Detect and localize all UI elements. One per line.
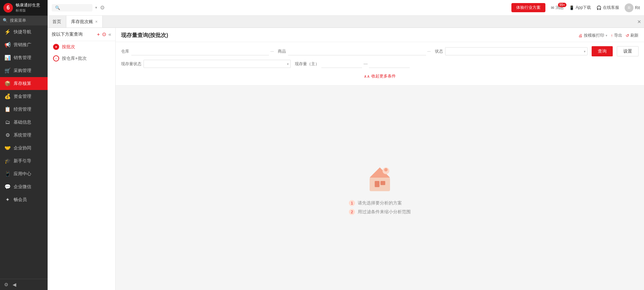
sidebar-label-finance: 资金管理: [14, 93, 31, 99]
sidebar-item-basics[interactable]: 🗂 基础信息: [0, 116, 48, 129]
sidebar-item-marketing[interactable]: 📢 营销推广: [0, 38, 48, 51]
sidebar-label-newbie: 新手引导: [14, 158, 31, 164]
add-scheme-icon[interactable]: +: [97, 31, 100, 37]
export-btn[interactable]: ↑ 导出: [611, 33, 622, 38]
user-area[interactable]: R Rit: [625, 3, 640, 12]
sales-icon: 📊: [4, 55, 11, 61]
export-icon: ↑: [611, 33, 613, 38]
sidebar-item-sales[interactable]: 📊 销售管理: [0, 51, 48, 64]
filter-inventory-status: 现存量状态: [121, 60, 291, 68]
empty-state: 1 请先选择要分析的方案 2 用过滤条件来缩小分析范围: [116, 86, 644, 290]
search-menu-label: 搜索菜单: [10, 18, 26, 23]
svg-rect-0: [370, 178, 390, 191]
inventory-qty-dash: —: [362, 61, 369, 66]
sidebar-label-marketing: 营销推广: [14, 42, 31, 48]
refresh-btn[interactable]: ↺ 刷新: [626, 33, 639, 38]
sidebar-label-quicknav: 快捷导航: [14, 29, 31, 35]
print-dropdown-icon[interactable]: ▾: [606, 34, 607, 37]
online-service-btn[interactable]: 🎧 在线客服: [596, 5, 619, 11]
settings-btn[interactable]: 设置: [617, 46, 639, 56]
scheme-settings-icon[interactable]: ⊙: [102, 31, 106, 37]
topbar-settings-icon[interactable]: ⚙: [100, 4, 105, 11]
page-title: 现存量查询(按批次): [121, 32, 168, 39]
print-label: 按模板打印: [584, 33, 604, 38]
scheme-label-warehouse-batch: 按仓库+批次: [62, 55, 87, 61]
filter-inventory-qty: 现存量（主） —: [295, 60, 464, 68]
app-name: 畅康通好生意: [16, 3, 40, 8]
chevron-up-icon: ∧∧: [364, 74, 370, 79]
filter-warehouse: 仓库 ···: [121, 48, 274, 55]
product-more[interactable]: ···: [427, 49, 431, 54]
product-input[interactable]: [288, 48, 426, 55]
main-wrap: 🔍 ▾ ⚙ 体验行业方案 ✉ 消息 99+ 📱 App下载 🎧 在线客服 R R…: [48, 0, 644, 290]
sidebar-label-system: 系统管理: [14, 132, 31, 138]
left-panel: 按以下方案查询 + ⊙ « ● 按批次 ○ 按仓库+批次: [48, 28, 116, 290]
tab-inventory-batch[interactable]: 库存批次账 ×: [66, 16, 103, 28]
tabs-bar: 首页 库存批次账 × ✕: [48, 16, 644, 28]
filter-row-1: 仓库 ··· 商品 ··· 状态: [121, 46, 639, 56]
sidebar-search[interactable]: 🔍 搜索菜单: [0, 16, 48, 25]
refresh-icon: ↺: [626, 33, 629, 38]
filter-area: 仓库 ··· 商品 ··· 状态: [116, 42, 644, 86]
message-btn[interactable]: ✉ 消息 99+: [551, 5, 564, 11]
topbar-dropdown-icon[interactable]: ▾: [95, 5, 97, 10]
sidebar-label-wechat: 企业微信: [14, 184, 31, 190]
sidebar-item-inventory[interactable]: 📦 库存核算: [0, 77, 48, 90]
sidebar-label-operations: 经营管理: [14, 106, 31, 112]
print-template-btn[interactable]: 🖨 按模板打印 ▾: [578, 33, 607, 38]
sidebar-item-wechat[interactable]: 💬 企业微信: [0, 180, 48, 193]
sidebar-item-purchase[interactable]: 🛒 采购管理: [0, 64, 48, 77]
right-content: 现存量查询(按批次) 🖨 按模板打印 ▾ ↑ 导出 ↺ 刷新: [116, 28, 644, 290]
sidebar-item-quicknav[interactable]: ⚡ 快捷导航: [0, 25, 48, 38]
app-download-label: App下载: [576, 5, 591, 11]
warehouse-more[interactable]: ···: [270, 49, 274, 54]
topbar-search-box[interactable]: 🔍: [52, 4, 92, 12]
query-btn[interactable]: 查询: [592, 46, 613, 56]
inventory-status-select-wrap: [143, 60, 291, 68]
sidebar-item-system[interactable]: ⚙ 系统管理: [0, 129, 48, 142]
sidebar-footer-icons: ⚙ ◀: [4, 282, 16, 287]
inventory-icon: 📦: [4, 80, 11, 87]
warehouse-input[interactable]: [131, 48, 269, 55]
app-logo: 6: [3, 3, 13, 13]
sidebar-item-newbie[interactable]: 🎓 新手引导: [0, 155, 48, 167]
collab-icon: 🤝: [4, 145, 11, 151]
export-label: 导出: [614, 33, 622, 38]
inventory-qty-from[interactable]: [321, 60, 362, 68]
inventory-status-label: 现存量状态: [121, 61, 141, 67]
sidebar-item-finance[interactable]: 💰 资金管理: [0, 90, 48, 103]
tab-home[interactable]: 首页: [48, 16, 66, 28]
operations-icon: 📋: [4, 106, 11, 112]
newbie-icon: 🎓: [4, 158, 11, 164]
svg-rect-3: [380, 181, 385, 185]
sidebar-label-apps: 应用中心: [14, 171, 31, 177]
system-icon: ⚙: [4, 132, 11, 138]
trial-btn[interactable]: 体验行业方案: [511, 3, 545, 12]
sidebar-item-collab[interactable]: 🤝 企业协同: [0, 142, 48, 155]
sidebar-item-operations[interactable]: 📋 经营管理: [0, 103, 48, 116]
collapse-row[interactable]: ∧∧ 收起更多条件: [121, 71, 639, 81]
footer-collapse-icon[interactable]: ◀: [13, 282, 16, 287]
sidebar-label-inventory: 库存核算: [14, 80, 31, 87]
tab-close-icon[interactable]: ×: [95, 19, 98, 24]
empty-illustration: [363, 161, 397, 195]
inventory-qty-label: 现存量（主）: [295, 61, 319, 67]
sidebar-label-sales: 销售管理: [14, 55, 31, 61]
tabs-right: ✕: [637, 19, 644, 24]
scheme-item-batch[interactable]: ● 按批次: [48, 41, 115, 53]
sidebar-item-member[interactable]: ✦ 畅会员: [0, 193, 48, 206]
page-title-actions: 🖨 按模板打印 ▾ ↑ 导出 ↺ 刷新: [578, 33, 639, 38]
scheme-icon-warehouse-batch: ○: [53, 55, 59, 61]
app-download-btn[interactable]: 📱 App下载: [569, 5, 591, 11]
sidebar-item-apps[interactable]: 📱 应用中心: [0, 167, 48, 180]
inventory-qty-to[interactable]: [369, 60, 410, 68]
collapse-panel-icon[interactable]: «: [108, 31, 111, 37]
refresh-label: 刷新: [630, 33, 639, 38]
tabs-close-all-icon[interactable]: ✕: [637, 19, 641, 24]
inventory-status-select[interactable]: [143, 60, 291, 68]
svg-point-5: [384, 168, 388, 171]
footer-settings-icon[interactable]: ⚙: [4, 282, 9, 287]
status-select[interactable]: [445, 47, 588, 55]
scheme-icon-batch: ●: [53, 44, 59, 50]
scheme-item-warehouse-batch[interactable]: ○ 按仓库+批次: [48, 53, 115, 64]
